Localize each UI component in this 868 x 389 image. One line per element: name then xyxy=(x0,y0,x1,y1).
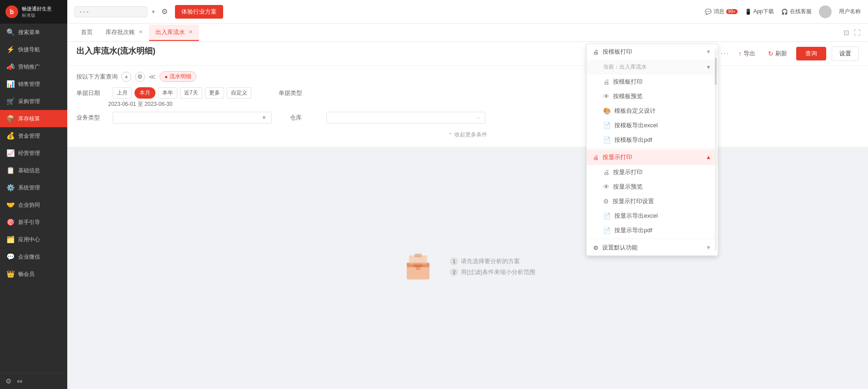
pdf-icon: 📄 xyxy=(603,136,611,144)
notification-badge: 99+ xyxy=(726,9,738,14)
biz-type-label: 业务类型 xyxy=(76,114,104,122)
dropdown-scrollbar[interactable] xyxy=(715,49,717,251)
message-icon: 💬 xyxy=(705,9,712,15)
notification-button[interactable]: 💬 消息 99+ xyxy=(705,8,738,15)
tab-close-batch-account[interactable]: ✕ xyxy=(139,29,143,35)
filter-tag-item[interactable]: ● 流水明细 xyxy=(160,71,196,82)
template-print-section-header[interactable]: 🖨 按模板打印 ▼ xyxy=(587,44,718,60)
collapse-icon[interactable]: ⇔ xyxy=(17,377,23,385)
export-excel-display-label: 按显示导出excel xyxy=(614,212,658,220)
sidebar-item-quick-nav[interactable]: ⚡ 快捷导航 xyxy=(0,41,67,58)
export-excel-display-item[interactable]: 📄 按显示导出excel xyxy=(587,209,718,223)
operations-icon: 📈 xyxy=(6,149,15,157)
sidebar-item-inventory[interactable]: 📦 库存核算 xyxy=(0,110,67,127)
date-btn-this-month[interactable]: 本月 xyxy=(135,87,155,99)
more-options-icon[interactable]: ··· xyxy=(721,50,729,58)
filter-collapse-icon[interactable]: ≪ xyxy=(149,73,156,81)
filter-settings-button[interactable]: ⚙ xyxy=(135,72,145,82)
sidebar-item-vip[interactable]: 👑 畅会员 xyxy=(0,265,67,283)
restore-icon[interactable]: ⊡ xyxy=(843,29,849,37)
date-btn-more[interactable]: 更多 xyxy=(205,87,224,99)
current-template-label: 当前：出入库流水 xyxy=(603,63,647,71)
sidebar-item-label: 快捷导航 xyxy=(18,46,61,54)
sidebar-item-apps[interactable]: 🗂️ 应用中心 xyxy=(0,231,67,248)
trial-button[interactable]: 体验行业方案 xyxy=(175,5,223,19)
menu-divider xyxy=(587,148,718,149)
print-display-item[interactable]: 🖨 按显示打印 xyxy=(587,165,718,180)
marketing-icon: 📣 xyxy=(6,63,15,71)
default-function-section-header[interactable]: ⚙ 设置默认功能 ▼ xyxy=(587,240,718,255)
toolbar-left: 出入库流水(流水明细) xyxy=(76,45,155,62)
print-section-icon: 🖨 xyxy=(593,49,599,55)
username-label[interactable]: 用户名称 xyxy=(839,8,861,15)
sidebar-logo: b 畅捷通好生意 标准版 xyxy=(0,0,67,24)
settings-display-item[interactable]: ⚙ 按显示打印设置 xyxy=(587,194,718,209)
sidebar-item-purchase[interactable]: 🛒 采购管理 xyxy=(0,93,67,110)
sidebar-nav: 🔍 搜索菜单 ⚡ 快捷导航 📣 营销推广 📊 销售管理 🛒 采购管理 📦 库存核… xyxy=(0,24,67,373)
export-label: 导出 xyxy=(743,50,755,58)
sidebar-item-label: 采购管理 xyxy=(18,98,61,105)
hint-text-1: 请先选择要分析的方案 xyxy=(461,257,520,265)
filter-area: 按以下方案查询 + ⚙ ≪ ● 流水明细 单据日期 上月 本月 本年 近7天 xyxy=(67,66,868,147)
date-btn-this-year[interactable]: 本年 xyxy=(158,87,177,99)
filter-header: 按以下方案查询 + ⚙ ≪ ● 流水明细 xyxy=(76,71,859,82)
sidebar-item-marketing[interactable]: 📣 营销推广 xyxy=(0,58,67,75)
sidebar-item-system[interactable]: ⚙️ 系统管理 xyxy=(0,179,67,196)
search-placeholder-text: ▪ ▪ ▪ xyxy=(80,9,88,15)
sidebar-item-operations[interactable]: 📈 经营管理 xyxy=(0,145,67,162)
date-filter-label: 单据日期 xyxy=(76,89,104,97)
biz-type-field[interactable]: ▼ xyxy=(113,112,272,124)
tabs-maximize: ⊡ ⛶ xyxy=(843,29,861,37)
filter-add-button[interactable]: + xyxy=(121,72,131,82)
tab-home[interactable]: 首页 xyxy=(75,25,99,41)
warehouse-label: 仓库 xyxy=(290,114,317,122)
collapse-more-button[interactable]: ⌃ 收起更多条件 xyxy=(76,128,859,141)
refresh-button[interactable]: ↻ 刷新 xyxy=(764,48,791,60)
query-button[interactable]: 查询 xyxy=(796,47,826,60)
topbar-search-box[interactable]: ▪ ▪ ▪ xyxy=(75,6,147,17)
sidebar-item-basic[interactable]: 📋 基础信息 xyxy=(0,162,67,179)
tabs-bar: 首页 库存批次账 ✕ 出入库流水 ✕ ⊡ ⛶ xyxy=(67,24,868,42)
preview-template-item[interactable]: 👁 按模板预览 xyxy=(587,89,718,104)
settings-icon[interactable]: ⚙ xyxy=(5,377,11,385)
display-print-section-header[interactable]: 🖨 按显示打印 ▲ xyxy=(587,150,718,165)
sidebar-item-sales[interactable]: 📊 销售管理 xyxy=(0,75,67,93)
hint-number-2: 2 xyxy=(450,268,458,276)
template-print-label: 按模板打印 xyxy=(603,48,632,56)
template-print-header-left: 🖨 按模板打印 xyxy=(593,48,632,56)
current-template-arrow: ▼ xyxy=(706,64,711,70)
custom-template-item[interactable]: 🎨 模板自定义设计 xyxy=(587,104,718,118)
maximize-icon[interactable]: ⛶ xyxy=(854,29,861,36)
export-pdf-display-item[interactable]: 📄 按显示导出pdf xyxy=(587,223,718,238)
export-pdf-template-item[interactable]: 📄 按模板导出pdf xyxy=(587,133,718,147)
avatar[interactable] xyxy=(819,5,832,18)
warehouse-field[interactable]: ··· xyxy=(326,112,485,124)
topbar-gear-icon[interactable]: ⚙ xyxy=(161,7,168,16)
preview-template-item-label: 按模板预览 xyxy=(613,92,643,100)
sidebar-item-enterprise[interactable]: 🤝 企业协同 xyxy=(0,196,67,214)
topbar-dropdown-icon[interactable]: ▼ xyxy=(151,9,156,15)
export-button[interactable]: ↑ 导出 xyxy=(735,48,759,60)
tab-in-out-flow[interactable]: 出入库流水 ✕ xyxy=(149,25,199,41)
tab-label: 首页 xyxy=(81,28,93,36)
online-service-button[interactable]: 🎧 在线客服 xyxy=(781,8,812,15)
export-excel-template-item[interactable]: 📄 按模板导出excel xyxy=(587,118,718,133)
date-btn-last-month[interactable]: 上月 xyxy=(113,87,132,99)
settings-button[interactable]: 设置 xyxy=(832,46,859,61)
date-btn-custom[interactable]: 自定义 xyxy=(227,87,251,99)
sidebar-item-funds[interactable]: 💰 资金管理 xyxy=(0,127,67,145)
sidebar-item-wechat[interactable]: 💬 企业微信 xyxy=(0,248,67,265)
app-download-button[interactable]: 📱 App下载 xyxy=(745,8,774,15)
print-template-item[interactable]: 🖨 按模板打印 xyxy=(587,75,718,89)
preview-display-item[interactable]: 👁 按显示预览 xyxy=(587,180,718,194)
default-toggle-icon: ▼ xyxy=(706,244,711,251)
sidebar-item-search[interactable]: 🔍 搜索菜单 xyxy=(0,24,67,41)
tab-batch-account[interactable]: 库存批次账 ✕ xyxy=(99,25,149,41)
hint-text-2: 用[过滤]条件来缩小分析范围 xyxy=(461,268,535,276)
settings-display-item-label: 按显示打印设置 xyxy=(613,197,654,205)
sidebar-item-label: 企业微信 xyxy=(18,253,61,261)
date-btn-7days[interactable]: 近7天 xyxy=(180,87,202,99)
date-range-display: 2023-06-01 至 2023-06-30 xyxy=(108,100,859,108)
sidebar-item-guide[interactable]: 🎯 新手引导 xyxy=(0,214,67,231)
tab-close-in-out-flow[interactable]: ✕ xyxy=(189,29,193,35)
